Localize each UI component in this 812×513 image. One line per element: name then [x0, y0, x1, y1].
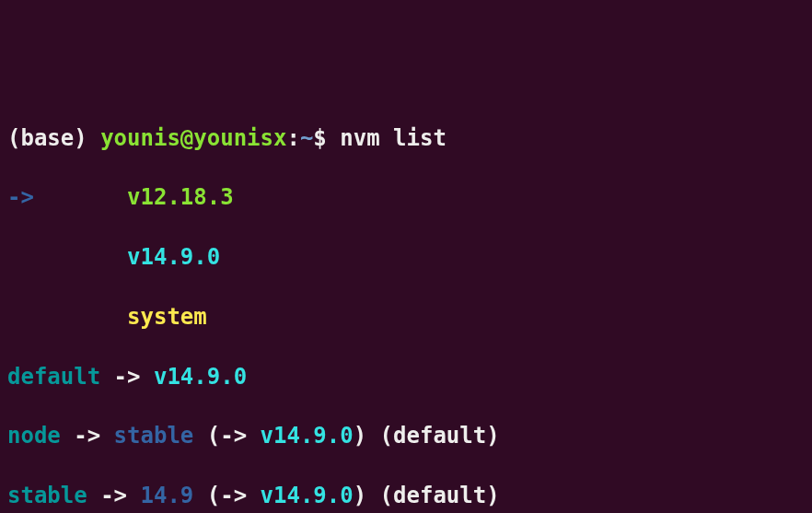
- terminal-line-prompt-1: (base) younis@younisx:~$ nvm list: [7, 123, 805, 153]
- prompt-base: (base): [7, 125, 100, 151]
- alias-default: default: [7, 364, 100, 390]
- output-line-version: v14.9.0: [7, 242, 805, 272]
- spaces: [7, 244, 127, 270]
- version-installed: v14.9.0: [127, 244, 220, 270]
- alias-node: node: [7, 423, 61, 449]
- version: v14.9.0: [261, 423, 354, 449]
- system-label: system: [127, 304, 207, 330]
- spaces: [34, 184, 127, 210]
- prompt-dollar: $: [313, 125, 340, 151]
- spaces: [7, 304, 127, 330]
- prompt-colon: :: [286, 125, 299, 151]
- output-line-stable: stable -> 14.9 (-> v14.9.0) (default): [7, 481, 805, 510]
- version: v14.9.0: [261, 483, 354, 508]
- paren-arrow: (->: [193, 483, 260, 508]
- version-short: 14.9: [141, 483, 194, 508]
- version-current: v12.18.3: [127, 184, 234, 210]
- command-text: nvm list: [340, 125, 447, 151]
- paren-close: ): [354, 423, 380, 449]
- prompt-path: ~: [300, 125, 313, 151]
- output-line-default: default -> v14.9.0: [7, 362, 805, 391]
- default-label: (default): [380, 423, 500, 449]
- current-arrow: ->: [7, 184, 34, 210]
- version: v14.9.0: [154, 364, 247, 390]
- stable-label: stable: [114, 423, 194, 449]
- prompt-user-host: younis@younisx: [100, 125, 286, 151]
- output-line-node: node -> stable (-> v14.9.0) (default): [7, 421, 805, 450]
- default-label: (default): [380, 483, 500, 508]
- output-line-system: system: [7, 302, 805, 332]
- paren-arrow: (->: [193, 423, 260, 449]
- arrow: ->: [87, 483, 141, 508]
- alias-stable: stable: [7, 483, 87, 508]
- arrow: ->: [100, 364, 154, 390]
- output-line-current: -> v12.18.3: [7, 182, 805, 212]
- paren-close: ): [354, 483, 380, 508]
- arrow: ->: [61, 423, 114, 449]
